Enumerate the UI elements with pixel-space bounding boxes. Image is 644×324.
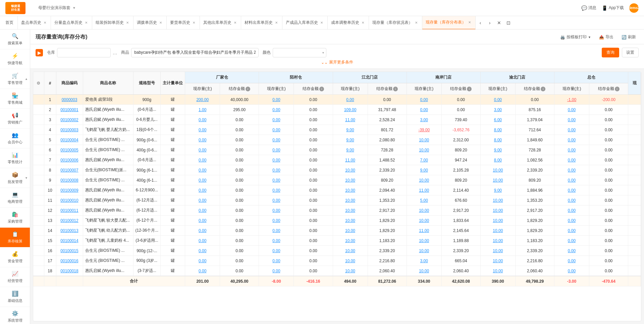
- sidebar-item-wholesale[interactable]: 📦 批发管理 ▼: [0, 168, 30, 188]
- td-yubei-qty[interactable]: 9.00: [480, 145, 515, 155]
- td-mucun-qty[interactable]: 0.00: [259, 246, 294, 256]
- td-jiangbei-qty[interactable]: 9.00: [333, 145, 368, 155]
- td-factory-qty[interactable]: 0.00: [185, 185, 220, 195]
- filter-expand-btn[interactable]: ▶: [36, 49, 43, 56]
- td-code[interactable]: 00100015: [56, 246, 83, 256]
- td-total-qty[interactable]: 0.00: [554, 165, 589, 175]
- td-jiangbei-qty[interactable]: 10.00: [333, 226, 368, 236]
- td-yubei-qty[interactable]: 9.00: [480, 185, 515, 195]
- td-total-qty[interactable]: 0.00: [554, 125, 589, 135]
- tab-cailiaochuku[interactable]: 材料出库单历史 ✕: [241, 16, 282, 30]
- td-yubei-qty[interactable]: 10.00: [480, 246, 515, 256]
- warehouse-dots-btn[interactable]: ...: [113, 50, 117, 56]
- expand-more-row[interactable]: ⌄⌄ 展开更多条件: [36, 57, 639, 65]
- td-nanan-qty[interactable]: 10.00: [407, 205, 441, 216]
- td-nanan-qty[interactable]: 11.00: [407, 226, 441, 236]
- info-circle-icon[interactable]: i: [319, 87, 324, 91]
- product-input[interactable]: [131, 48, 259, 57]
- settings-icon[interactable]: ⚙: [37, 81, 40, 86]
- settings-btn[interactable]: 设置: [622, 48, 639, 57]
- td-jiangbei-qty[interactable]: 10.00: [333, 185, 368, 195]
- sidebar-item-member[interactable]: 👥 会员中心: [0, 129, 30, 148]
- td-jiangbei-qty[interactable]: 11.00: [333, 155, 368, 165]
- td-nanan-qty[interactable]: 3.00: [407, 115, 441, 125]
- td-mucun-qty[interactable]: 0.00: [259, 236, 294, 246]
- td-yubei-qty[interactable]: 10.00: [480, 236, 515, 246]
- td-nanan-qty[interactable]: 5.00: [407, 195, 441, 205]
- td-total-qty[interactable]: 0.00: [554, 115, 589, 125]
- close-icon[interactable]: ✕: [319, 20, 324, 25]
- sidebar-item-operations[interactable]: 📈 经营管理: [0, 267, 30, 287]
- td-nanan-qty[interactable]: 10.00: [407, 135, 441, 145]
- tab-prev-btn[interactable]: ‹: [476, 16, 485, 30]
- sidebar-item-quicknav[interactable]: ⚡ 快捷导航: [0, 49, 30, 69]
- td-mucun-qty[interactable]: 0.00: [259, 226, 294, 236]
- tab-next-btn[interactable]: ›: [485, 16, 494, 30]
- td-jiangbei-qty[interactable]: 9.00: [333, 135, 368, 145]
- print-btn[interactable]: 🖨️ 按模板打印 ▼: [557, 33, 594, 41]
- td-code[interactable]: 00100007: [56, 165, 83, 175]
- td-factory-qty[interactable]: 0.00: [185, 115, 220, 125]
- td-code[interactable]: 00100001: [56, 105, 83, 115]
- export-btn[interactable]: 📤 导出: [596, 33, 616, 41]
- td-nanan-qty[interactable]: 10.00: [407, 175, 441, 185]
- td-yubei-qty[interactable]: 10.00: [480, 205, 515, 216]
- sidebar-item-retail-mall[interactable]: 🏪 零售商城: [0, 89, 30, 109]
- td-yubei-qty[interactable]: 8.00: [480, 125, 515, 135]
- td-nanan-qty[interactable]: 9.00: [407, 165, 441, 175]
- color-input[interactable]: [273, 48, 326, 57]
- td-code[interactable]: 00100004: [56, 135, 83, 145]
- tab-xiancunliang-fenbupiao[interactable]: 现存量（库存分布表） ✕: [422, 16, 476, 30]
- td-code[interactable]: 00100006: [56, 155, 83, 165]
- td-yubei-qty[interactable]: 10.00: [480, 165, 515, 175]
- td-total-qty[interactable]: 0.00: [554, 246, 589, 256]
- close-icon[interactable]: ✕: [43, 20, 47, 25]
- td-nanan-qty[interactable]: 10.00: [407, 246, 441, 256]
- td-code[interactable]: 00100014: [56, 236, 83, 246]
- td-yubei-qty[interactable]: 10.00: [480, 226, 515, 236]
- td-mucun-qty[interactable]: 0.00: [259, 155, 294, 165]
- close-icon[interactable]: ✕: [158, 20, 163, 25]
- td-factory-qty[interactable]: 200.00: [185, 95, 220, 105]
- close-icon[interactable]: ✕: [84, 20, 89, 25]
- td-mucun-qty[interactable]: 0.00: [259, 175, 294, 185]
- td-jiangbei-qty[interactable]: 11.00: [333, 115, 368, 125]
- td-code[interactable]: 0000003: [56, 95, 83, 105]
- td-mucun-qty[interactable]: 0.00: [259, 135, 294, 145]
- tab-qitachuku[interactable]: 其他出库单历史 ✕: [200, 16, 241, 30]
- td-mucun-qty[interactable]: 0.00: [259, 165, 294, 175]
- td-factory-qty[interactable]: 0.00: [185, 246, 220, 256]
- td-mucun-qty[interactable]: 0.00: [259, 105, 294, 115]
- td-factory-qty[interactable]: 0.00: [185, 226, 220, 236]
- td-mucun-qty[interactable]: 0.00: [259, 95, 294, 105]
- td-nanan-qty[interactable]: 10.00: [407, 145, 441, 155]
- td-code[interactable]: 00100011: [56, 205, 83, 216]
- td-total-qty[interactable]: 0.00: [554, 105, 589, 115]
- td-factory-qty[interactable]: 0.00: [185, 145, 220, 155]
- td-jiangbei-qty[interactable]: 109.00: [333, 105, 368, 115]
- td-mucun-qty[interactable]: 0.00: [259, 195, 294, 205]
- td-total-qty[interactable]: 0.00: [554, 185, 589, 195]
- td-code[interactable]: 00100002: [56, 115, 83, 125]
- sidebar-item-retail-mgmt[interactable]: 🛒 零售管理 ▲: [0, 69, 30, 89]
- td-factory-qty[interactable]: 0.00: [185, 155, 220, 165]
- td-code[interactable]: 00100013: [56, 226, 83, 236]
- td-jiangbei-qty[interactable]: 0.00: [333, 95, 368, 105]
- td-yubei-qty[interactable]: 10.00: [480, 195, 515, 205]
- td-total-qty[interactable]: 0.00: [554, 216, 589, 226]
- td-jiangbei-qty[interactable]: 10.00: [333, 165, 368, 175]
- td-yubei-qty[interactable]: 3.00: [480, 105, 515, 115]
- sidebar-item-search[interactable]: 🔍 搜索英单: [0, 30, 30, 49]
- close-icon[interactable]: ✕: [467, 20, 472, 25]
- td-jiangbei-qty[interactable]: 10.00: [333, 256, 368, 266]
- td-yubei-qty[interactable]: 6.00: [480, 115, 515, 125]
- td-nanan-qty[interactable]: 0.00: [407, 95, 441, 105]
- td-total-qty[interactable]: 0.00: [554, 205, 589, 216]
- td-nanan-qty[interactable]: 10.00: [407, 236, 441, 246]
- sidebar-item-system[interactable]: ⚙️ 系统管理: [0, 307, 30, 324]
- td-jiangbei-qty[interactable]: 10.00: [333, 266, 368, 276]
- tab-expand-btn[interactable]: ⊡: [504, 16, 513, 30]
- td-mucun-qty[interactable]: 0.00: [259, 115, 294, 125]
- close-icon[interactable]: ✕: [125, 20, 130, 25]
- sidebar-item-purchase[interactable]: 🛍️ 采购管理: [0, 208, 30, 228]
